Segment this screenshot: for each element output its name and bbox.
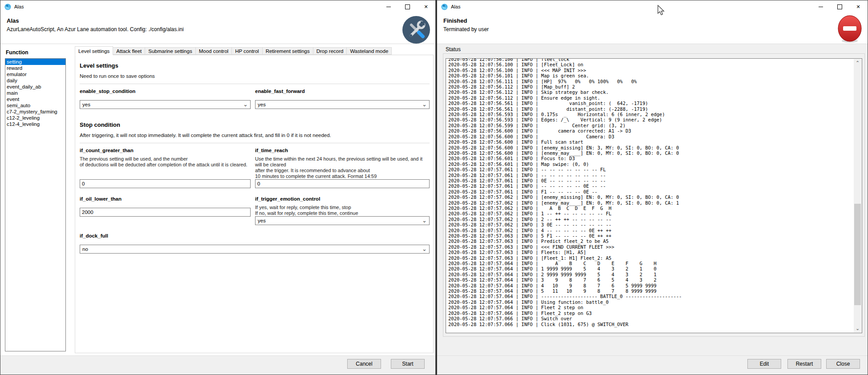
field-label: if_time_reach [255, 148, 430, 153]
page-subtitle: AzurLaneAutoScript, An Azur Lane automat… [7, 26, 184, 32]
cancel-button[interactable]: Cancel [347, 359, 381, 369]
function-list-item[interactable]: setting [5, 59, 65, 65]
stopped-icon [837, 15, 863, 44]
field-if-time-reach: if_time_reach Use the time within the ne… [255, 148, 430, 188]
scroll-down-icon[interactable]: ⌄ [854, 325, 861, 332]
settings-tab[interactable]: Attack fleet [113, 47, 145, 55]
settings-tab[interactable]: HP control [232, 47, 262, 55]
close-button[interactable]: ✕ [417, 0, 435, 13]
field-description: If yes, wait for reply, complete this ti… [255, 205, 430, 216]
function-list-item[interactable]: reward [5, 65, 65, 71]
titlebar[interactable]: Alas ✕ [437, 0, 868, 13]
header-divider [0, 44, 435, 44]
field-if-oil-lower-than: if_oil_lower_than [80, 196, 251, 225]
field-label: if_dock_full [80, 233, 430, 238]
if-dock-full-select[interactable]: no ⌄ [80, 245, 430, 254]
field-label: if_oil_lower_than [80, 196, 251, 202]
settings-tab[interactable]: Level settings [75, 46, 113, 55]
settings-tab[interactable]: Submarine settings [145, 47, 195, 55]
field-label: if_count_greater_than [80, 148, 251, 153]
if-time-reach-input[interactable] [255, 179, 430, 188]
field-label: enable_fast_forward [255, 89, 430, 94]
function-list-item[interactable]: semi_auto [5, 102, 65, 109]
function-list-item[interactable]: c7-2_mystery_farming [5, 109, 65, 115]
selected-value: no [82, 246, 88, 252]
status-title: Finished [443, 17, 467, 24]
page-title: Alas [7, 17, 19, 24]
selected-value: yes [258, 102, 266, 107]
field-if-trigger-emotion-control: if_trigger_emotion_control If yes, wait … [255, 196, 430, 225]
start-button[interactable]: Start [391, 359, 425, 369]
function-list-item[interactable]: event [5, 96, 65, 102]
maximize-button[interactable] [830, 0, 849, 13]
mouse-cursor [657, 5, 665, 18]
alas-settings-window: Alas ✕ Alas AzurLaneAutoScript, An Azur … [0, 0, 436, 375]
selected-value: yes [82, 102, 90, 107]
section-subtitle-level-settings: Need to run once to save options [80, 73, 430, 79]
function-list-item[interactable]: main [5, 90, 65, 96]
section-title-level-settings: Level settings [80, 62, 430, 69]
settings-tab[interactable]: Retirement settings [263, 47, 313, 55]
field-description: Use the time within the next 24 hours, t… [255, 156, 430, 179]
minimize-icon [819, 7, 823, 7]
chevron-down-icon: ⌄ [422, 245, 427, 253]
section-subtitle-stop-condition: After triggering, it will not stop immed… [80, 133, 430, 138]
selected-value: yes [258, 218, 266, 223]
settings-footer: Cancel Start [0, 355, 435, 375]
scrollbar-thumb[interactable] [854, 204, 861, 305]
function-list-item[interactable]: c12-4_leveling [5, 121, 65, 127]
chevron-down-icon: ⌄ [422, 217, 427, 224]
close-button[interactable]: ✕ [849, 0, 868, 13]
level-settings-pane: Level settings Need to run once to save … [75, 55, 434, 353]
function-list-label: Function [6, 49, 28, 56]
header-divider [437, 44, 868, 44]
function-listbox[interactable]: settingrewardemulatordailyevent_daily_ab… [5, 58, 66, 351]
restart-button[interactable]: Restart [787, 359, 821, 369]
chevron-down-icon: ⌄ [243, 101, 248, 108]
desktop: Alas ✕ Alas AzurLaneAutoScript, An Azur … [0, 0, 868, 375]
enable-fast-forward-select[interactable]: yes ⌄ [255, 100, 430, 109]
log-output[interactable]: 2020-05-28 12:07:56.100 | INFO | fleet_l… [446, 58, 862, 333]
if-count-greater-than-input[interactable] [80, 179, 251, 188]
maximize-button[interactable] [398, 0, 417, 13]
close-icon: ✕ [424, 4, 428, 10]
settings-tab[interactable]: Mood control [196, 47, 232, 55]
settings-tabstrip: Level settingsAttack fleetSubmarine sett… [75, 46, 392, 55]
edit-button[interactable]: Edit [747, 359, 781, 369]
log-text: 2020-05-28 12:07:56.100 | INFO | fleet_l… [446, 58, 862, 327]
minimize-button[interactable] [379, 0, 398, 13]
divider [80, 84, 430, 84]
window-title: Alas [14, 4, 24, 9]
status-subtitle: Terminated by user [443, 26, 489, 32]
maximize-icon [837, 4, 842, 9]
function-list-item[interactable]: event_daily_ab [5, 84, 65, 90]
field-if-dock-full: if_dock_full no ⌄ [80, 233, 430, 254]
function-list-item[interactable]: emulator [5, 71, 65, 77]
alas-app-icon [441, 4, 448, 10]
titlebar[interactable]: Alas ✕ [0, 0, 435, 13]
log-footer: Edit Restart Close [437, 355, 868, 375]
field-enable-fast-forward: enable_fast_forward yes ⌄ [255, 89, 430, 109]
scroll-up-icon[interactable]: ⌃ [854, 59, 861, 67]
if-trigger-emotion-control-select[interactable]: yes ⌄ [255, 216, 430, 225]
divider [80, 143, 430, 143]
enable-stop-condition-select[interactable]: yes ⌄ [80, 100, 251, 109]
field-if-count-greater-than: if_count_greater_than The previous setti… [80, 148, 251, 188]
minimize-icon [386, 7, 391, 7]
field-enable-stop-condition: enable_stop_condition yes ⌄ [80, 89, 251, 109]
tools-icon [402, 16, 430, 44]
maximize-icon [405, 4, 410, 9]
log-scrollbar[interactable]: ⌃ ⌄ [854, 59, 861, 332]
function-list-item[interactable]: daily [5, 77, 65, 84]
field-label: enable_stop_condition [80, 89, 251, 94]
field-label: if_trigger_emotion_control [255, 196, 430, 202]
minimize-button[interactable] [811, 0, 830, 13]
close-dialog-button[interactable]: Close [826, 359, 860, 369]
alas-app-icon [4, 4, 11, 10]
function-list-item[interactable]: c12-2_leveling [5, 115, 65, 121]
close-icon: ✕ [856, 4, 860, 10]
if-oil-lower-than-input[interactable] [80, 208, 251, 217]
settings-tab[interactable]: Drop record [313, 47, 347, 55]
settings-tab[interactable]: Wasteland mode [347, 47, 392, 55]
field-description: The previous setting will be used, and t… [80, 156, 251, 168]
